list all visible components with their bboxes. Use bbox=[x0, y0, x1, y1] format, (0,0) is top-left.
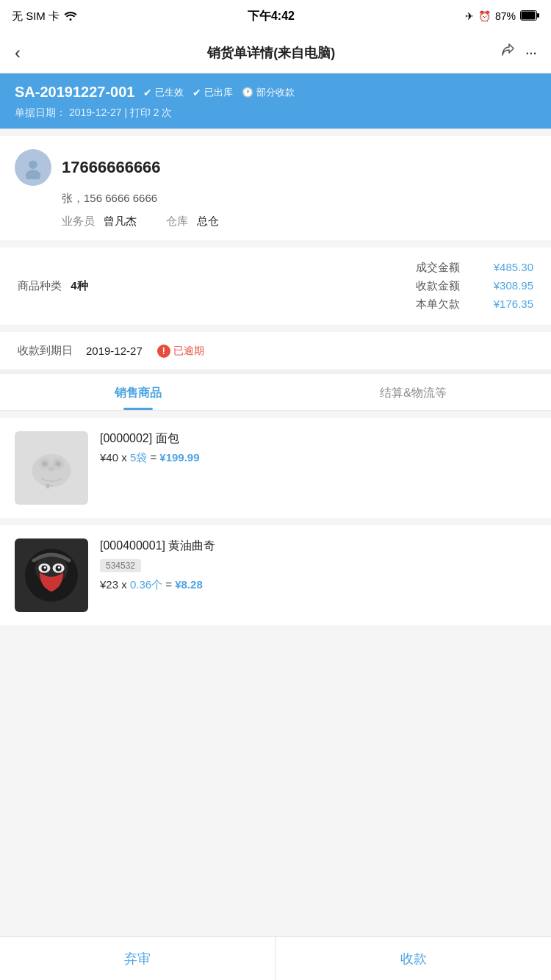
tab-settlement-label: 结算&物流等 bbox=[380, 386, 447, 399]
warehouse-field: 仓库 总仓 bbox=[166, 215, 219, 228]
status-badge-partial: 🕐 部分收款 bbox=[242, 86, 295, 99]
page-title: 销货单详情(来自电脑) bbox=[207, 44, 335, 62]
product-multiply-1: x bbox=[121, 451, 130, 464]
product-id-2: [000400001] bbox=[100, 539, 165, 552]
status-partial-label: 部分收款 bbox=[256, 86, 295, 99]
type-count: 4种 bbox=[71, 279, 87, 292]
product-price-row-2: ¥23 x 0.36个 = ¥8.28 bbox=[100, 578, 536, 592]
product-equals-1: = bbox=[150, 451, 159, 464]
back-button[interactable]: ‹ bbox=[15, 43, 44, 63]
order-date: 2019-12-27 bbox=[69, 107, 122, 118]
clock-icon: 🕐 bbox=[242, 87, 253, 98]
print-info: | 打印 2 次 bbox=[124, 107, 172, 118]
product-qty-2: 0.36个 bbox=[130, 578, 165, 591]
svg-rect-2 bbox=[521, 11, 535, 19]
salesperson-label: 业务员 bbox=[62, 215, 95, 227]
collect-button[interactable]: 收款 bbox=[276, 937, 552, 980]
product-id-1: [0000002] bbox=[100, 432, 152, 444]
svg-point-12 bbox=[57, 462, 60, 465]
salesperson-field: 业务员 曾凡杰 bbox=[62, 215, 137, 228]
customer-top: 17666666666 bbox=[15, 149, 536, 186]
stats-section: 商品种类 4种 成交金额 ¥485.30 收款金额 ¥308.95 本单欠款 ¥… bbox=[0, 248, 551, 325]
sim-status: 无 SIM 卡 bbox=[12, 10, 60, 24]
svg-point-21 bbox=[44, 566, 46, 569]
bottom-bar: 弃审 收款 bbox=[0, 936, 551, 980]
salesperson-value: 曾凡杰 bbox=[104, 215, 137, 227]
nav-actions: ··· bbox=[499, 43, 536, 62]
customer-section: 17666666666 张，156 6666 6666 业务员 曾凡杰 仓库 总… bbox=[0, 136, 551, 240]
product-name-1: [0000002] 面包 bbox=[100, 431, 536, 447]
received-value: ¥308.95 bbox=[475, 279, 533, 293]
overdue-icon: ! bbox=[157, 345, 170, 358]
battery-icon bbox=[520, 10, 539, 23]
product-total-2: ¥8.28 bbox=[175, 578, 203, 591]
type-label: 商品种类 bbox=[18, 279, 62, 292]
check-icon: ✔ bbox=[143, 87, 152, 98]
due-date: 2019-12-27 bbox=[86, 345, 143, 357]
financial-stats: 成交金额 ¥485.30 收款金额 ¥308.95 本单欠款 ¥176.35 bbox=[416, 261, 533, 311]
reject-button[interactable]: 弃审 bbox=[0, 937, 276, 980]
more-icon[interactable]: ··· bbox=[525, 43, 536, 62]
product-title-1: 面包 bbox=[156, 432, 179, 444]
check-icon-2: ✔ bbox=[192, 87, 201, 98]
status-badge-out: ✔ 已出库 bbox=[192, 86, 233, 99]
product-total-1: ¥199.99 bbox=[159, 451, 199, 464]
svg-rect-1 bbox=[537, 13, 539, 18]
product-item: 量+ [0000002] 面包 ¥40 x 5袋 = ¥199.99 bbox=[0, 418, 551, 518]
due-label: 收款到期日 bbox=[18, 344, 73, 358]
tabs-section: 销售商品 结算&物流等 bbox=[0, 374, 551, 411]
customer-phone: 17666666666 bbox=[62, 158, 161, 177]
date-label: 单据日期： bbox=[15, 107, 66, 118]
owed-row: 本单欠款 ¥176.35 bbox=[416, 298, 533, 311]
collect-label: 收款 bbox=[400, 950, 427, 968]
status-badge-effected: ✔ 已生效 bbox=[143, 86, 184, 99]
bread-placeholder: 量+ bbox=[15, 431, 88, 505]
amount-value: ¥485.30 bbox=[475, 261, 533, 275]
svg-point-4 bbox=[29, 160, 37, 169]
overdue-badge: ! 已逾期 bbox=[157, 345, 204, 358]
status-effected-label: 已生效 bbox=[155, 86, 184, 99]
products-section: 量+ [0000002] 面包 ¥40 x 5袋 = ¥199.99 bbox=[0, 418, 551, 677]
customer-meta: 业务员 曾凡杰 仓库 总仓 bbox=[15, 215, 536, 228]
amount-row: 成交金额 ¥485.30 bbox=[416, 261, 533, 275]
owed-value: ¥176.35 bbox=[475, 298, 533, 311]
received-label: 收款金额 bbox=[416, 279, 460, 293]
product-info-2: [000400001] 黄油曲奇 534532 ¥23 x 0.36个 = ¥8… bbox=[100, 538, 536, 592]
ninja-icon bbox=[22, 546, 81, 605]
product-qty-1: 5袋 bbox=[130, 451, 151, 464]
status-time: 下午4:42 bbox=[248, 9, 295, 24]
warehouse-value: 总仓 bbox=[197, 215, 219, 227]
wifi-icon bbox=[64, 10, 77, 23]
product-info-1: [0000002] 面包 ¥40 x 5袋 = ¥199.99 bbox=[100, 431, 536, 465]
share-icon[interactable] bbox=[499, 43, 515, 62]
owl-icon: 量+ bbox=[26, 442, 77, 494]
customer-contact: 张，156 6666 6666 bbox=[15, 192, 536, 206]
svg-text:量+: 量+ bbox=[46, 483, 53, 489]
alarm-icon: ⏰ bbox=[478, 10, 491, 22]
product-tag-2: 534532 bbox=[100, 559, 141, 572]
product-multiply-2: x bbox=[121, 578, 130, 591]
due-section: 收款到期日 2019-12-27 ! 已逾期 bbox=[0, 332, 551, 374]
status-right: ✈ ⏰ 87% bbox=[465, 10, 539, 23]
banner-date-info: 单据日期： 2019-12-27 | 打印 2 次 bbox=[15, 107, 536, 120]
received-row: 收款金额 ¥308.95 bbox=[416, 279, 533, 293]
product-item-2: [000400001] 黄油曲奇 534532 ¥23 x 0.36个 = ¥8… bbox=[0, 525, 551, 625]
product-name-2: [000400001] 黄油曲奇 bbox=[100, 538, 536, 554]
product-thumbnail-1: 量+ bbox=[15, 431, 88, 505]
product-price-1: ¥40 bbox=[100, 451, 118, 464]
svg-point-22 bbox=[58, 566, 60, 569]
tab-products-label: 销售商品 bbox=[115, 386, 162, 399]
location-icon: ✈ bbox=[465, 10, 474, 22]
product-equals-2: = bbox=[165, 578, 175, 591]
status-bar: 无 SIM 卡 下午4:42 ✈ ⏰ 87% bbox=[0, 0, 551, 32]
banner-row1: SA-20191227-001 ✔ 已生效 ✔ 已出库 🕐 部分收款 bbox=[15, 84, 536, 101]
reject-label: 弃审 bbox=[124, 950, 151, 968]
tab-products[interactable]: 销售商品 bbox=[0, 374, 276, 410]
warehouse-label: 仓库 bbox=[166, 215, 188, 227]
product-price-row-1: ¥40 x 5袋 = ¥199.99 bbox=[100, 451, 536, 465]
product-thumbnail-2 bbox=[15, 538, 88, 612]
svg-point-13 bbox=[48, 467, 54, 472]
tab-settlement[interactable]: 结算&物流等 bbox=[276, 374, 551, 410]
battery-level: 87% bbox=[495, 10, 516, 22]
svg-point-11 bbox=[43, 462, 46, 465]
